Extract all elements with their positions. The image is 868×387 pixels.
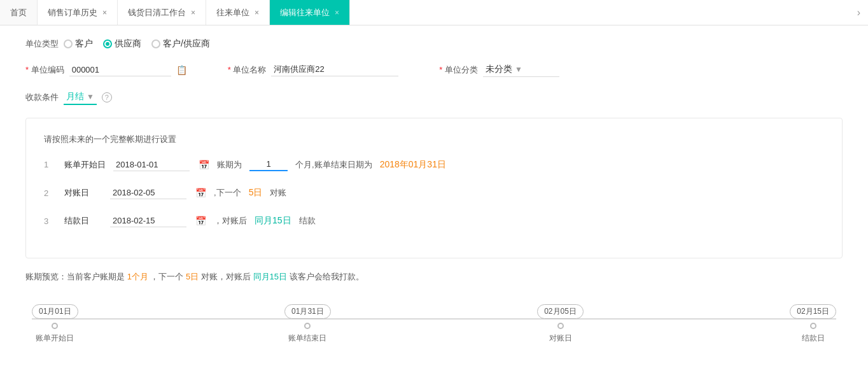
tab-close-edit-counterparty[interactable]: × (335, 8, 339, 17)
timeline-badge-4: 02月15日 (790, 304, 836, 319)
timeline-label-1: 账单开始日 (36, 333, 74, 344)
period-desc-suffix-3: 结款 (299, 215, 316, 227)
reconciliation-date-input[interactable] (110, 186, 186, 199)
timeline-label-2: 账单结束日 (288, 333, 326, 344)
timeline-badge-1: 01月01日 (32, 304, 78, 319)
period-months-input[interactable] (249, 158, 288, 171)
radio-circle-supplier (103, 39, 112, 48)
preview-middle-2: 对账，对账后 (201, 272, 251, 281)
period-settings-box: 请按照未来的一个完整帐期进行设置 1 账单开始日 📅 账期为 个月,账单结束日期… (25, 118, 843, 258)
payment-condition-select[interactable]: 月结 ▼ (64, 90, 97, 105)
tab-home[interactable]: 首页 (0, 0, 38, 25)
period-num-1: 1 (44, 160, 57, 169)
unit-category-select[interactable]: 未分类 ▼ (483, 62, 559, 77)
period-num-2: 2 (44, 188, 57, 198)
period-desc-prefix-2: ,下一个 (214, 187, 241, 199)
calendar-icon-1[interactable]: 📅 (199, 160, 209, 170)
period-settings-title: 请按照未来的一个完整帐期进行设置 (44, 134, 824, 145)
tab-sales-history[interactable]: 销售订单历史 × (38, 0, 118, 25)
period-desc-prefix-1: 账期为 (217, 159, 242, 171)
payment-condition-label: 收款条件 (25, 92, 59, 103)
payment-condition-group: 收款条件 月结 ▼ ? (25, 90, 112, 105)
reconciliation-day-highlight: 5日 (249, 187, 263, 199)
unit-code-label: 单位编码 (25, 64, 64, 76)
timeline-node-3: 02月05日 对账日 (537, 304, 584, 344)
preview-text: 账期预览：当前客户账期是 1个月 ，下一个 5日 对账，对账后 同月15日 该客… (25, 271, 843, 283)
preview-highlight-3: 同月15日 (253, 272, 287, 281)
period-desc-prefix-3: ，对账后 (214, 215, 247, 227)
main-content: 单位类型 客户 供应商 客户/供应商 单位编码 📋 (0, 25, 868, 387)
unit-code-group: 单位编码 📋 (25, 64, 187, 76)
timeline-node-4: 02月15日 结款日 (790, 304, 836, 344)
unit-category-group: 单位分类 未分类 ▼ (439, 62, 559, 77)
period-desc-suffix-2: 对账 (270, 187, 286, 199)
radio-label-customer-supplier: 客户/供应商 (163, 38, 210, 50)
unit-name-group: 单位名称 (228, 64, 399, 76)
period-field-label-3: 结款日 (64, 215, 102, 227)
timeline-label-4: 结款日 (802, 333, 825, 344)
tab-close-cash-workbench[interactable]: × (191, 8, 195, 17)
tab-close-sales-history[interactable]: × (102, 8, 107, 17)
timeline-badge-3: 02月05日 (537, 304, 584, 319)
radio-circle-customer (64, 39, 73, 48)
unit-info-row: 单位编码 📋 单位名称 单位分类 未分类 ▼ (25, 62, 843, 77)
timeline-badge-2: 01月31日 (284, 304, 331, 319)
unit-category-value: 未分类 (486, 64, 512, 75)
unit-name-input[interactable] (271, 64, 398, 76)
tab-close-counterparty[interactable]: × (255, 8, 259, 17)
payment-date-input[interactable] (110, 215, 186, 227)
timeline-dot-3 (557, 323, 564, 329)
category-dropdown-arrow: ▼ (515, 65, 522, 74)
tab-counterparty[interactable]: 往来单位 × (206, 0, 270, 25)
unit-type-row: 单位类型 客户 供应商 客户/供应商 (25, 38, 843, 50)
copy-icon[interactable]: 📋 (176, 65, 187, 75)
preview-highlight-1: 1个月 (127, 272, 148, 281)
help-icon[interactable]: ? (102, 92, 112, 102)
unit-type-label: 单位类型 (25, 38, 59, 50)
payment-day-highlight: 同月15日 (255, 215, 291, 227)
timeline-dot-1 (52, 323, 58, 329)
unit-name-label: 单位名称 (228, 64, 267, 76)
tab-cash-workbench[interactable]: 钱货日清工作台 × (118, 0, 206, 25)
timeline-node-2: 01月31日 账单结束日 (284, 304, 331, 344)
unit-code-input[interactable] (69, 64, 171, 76)
timeline-label-3: 对账日 (549, 333, 572, 344)
timeline-node-1: 01月01日 账单开始日 (32, 304, 78, 344)
timeline-dot-2 (304, 323, 311, 329)
radio-label-customer: 客户 (75, 38, 93, 50)
timeline-container: 01月01日 账单开始日 01月31日 账单结束日 02月05日 对账日 02月… (25, 298, 843, 363)
radio-circle-customer-supplier (151, 39, 160, 48)
period-end-date-highlight: 2018年01月31日 (380, 159, 446, 171)
period-desc-suffix-1: 个月,账单结束日期为 (295, 159, 372, 171)
period-field-label-2: 对账日 (64, 187, 102, 199)
period-field-label-1: 账单开始日 (64, 159, 106, 171)
payment-condition-value: 月结 (66, 91, 84, 102)
calendar-icon-3[interactable]: 📅 (195, 216, 206, 226)
period-row-3: 3 结款日 📅 ，对账后 同月15日 结款 (44, 215, 824, 227)
radio-customer-supplier[interactable]: 客户/供应商 (151, 38, 210, 50)
period-num-3: 3 (44, 216, 57, 226)
tab-edit-counterparty[interactable]: 编辑往来单位 × (270, 0, 350, 25)
account-start-date-input[interactable] (113, 158, 190, 171)
radio-label-supplier: 供应商 (115, 38, 141, 50)
preview-suffix: 该客户会给我打款。 (290, 272, 364, 281)
unit-type-radio-group: 客户 供应商 客户/供应商 (64, 38, 210, 50)
radio-supplier[interactable]: 供应商 (103, 38, 141, 50)
preview-highlight-2: 5日 (186, 272, 199, 281)
preview-prefix: 账期预览：当前客户账期是 (25, 272, 125, 281)
payment-condition-row: 收款条件 月结 ▼ ? (25, 90, 843, 105)
tab-bar: 首页 销售订单历史 × 钱货日清工作台 × 往来单位 × 编辑往来单位 × › (0, 0, 868, 25)
calendar-icon-2[interactable]: 📅 (195, 188, 206, 198)
tab-more-button[interactable]: › (850, 7, 868, 18)
period-row-1: 1 账单开始日 📅 账期为 个月,账单结束日期为 2018年01月31日 (44, 158, 824, 171)
preview-middle-1: ，下一个 (150, 272, 183, 281)
period-row-2: 2 对账日 📅 ,下一个 5日 对账 (44, 186, 824, 199)
radio-customer[interactable]: 客户 (64, 38, 93, 50)
timeline-dot-4 (810, 323, 816, 329)
condition-dropdown-arrow: ▼ (87, 92, 94, 101)
unit-type-group: 单位类型 客户 供应商 客户/供应商 (25, 38, 210, 50)
unit-category-label: 单位分类 (439, 64, 478, 76)
